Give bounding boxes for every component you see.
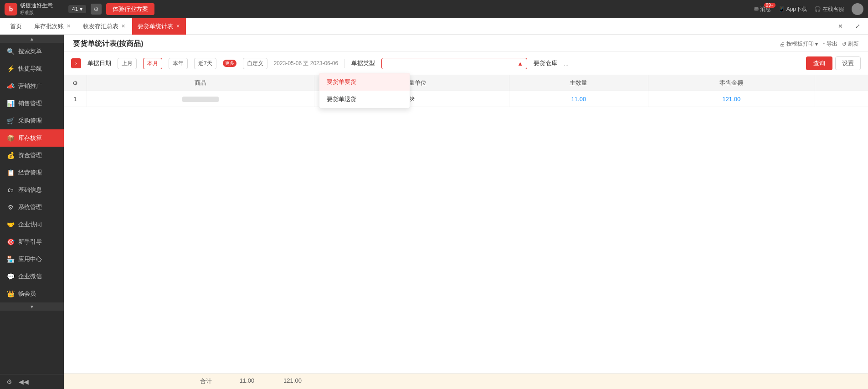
sidebar: ▲ 🔍 搜索菜单 ⚡ 快捷导航 📣 营销推广 📊 销售管理 🛒 采购管理 📦 库… <box>0 35 64 389</box>
sidebar-scroll-up[interactable]: ▲ <box>0 35 64 43</box>
table-container: ⚙ 商品 主计量单位 主数量 零售金额 1 块 <box>64 75 868 373</box>
query-btn[interactable]: 查询 <box>806 56 832 70</box>
date-more-badge[interactable]: 更多 <box>223 60 236 67</box>
filter-area: › 单据日期 上月 本月 本年 近7天 更多 自定义 2023-05-06 至 … <box>64 52 868 75</box>
tab-summary[interactable]: 收发存汇总表 ✕ <box>77 18 131 35</box>
logo-icon: b <box>5 3 17 15</box>
type-dropdown: 要货单要货 要货单退货 <box>319 73 410 108</box>
sidebar-member-label: 畅会员 <box>18 290 36 298</box>
avatar[interactable] <box>852 3 863 15</box>
enterprise-icon: 🤝 <box>6 221 15 228</box>
refresh-label: 刷新 <box>848 40 859 48</box>
sidebar-item-member[interactable]: 👑 畅会员 <box>0 285 64 302</box>
td-qty: 11.00 <box>509 91 648 107</box>
th-settings[interactable]: ⚙ <box>64 75 87 91</box>
refresh-icon: ↺ <box>842 41 847 47</box>
sidebar-sales-label: 销售管理 <box>18 99 42 107</box>
footer-label: 合计 <box>188 377 224 385</box>
sidebar-scroll-down[interactable]: ▼ <box>0 302 64 311</box>
company-selector[interactable]: 41 ▾ <box>68 5 86 13</box>
tab-order-stats-close[interactable]: ✕ <box>176 23 180 29</box>
sidebar-item-inventory[interactable]: 📦 库存核算 <box>0 129 64 147</box>
tab-order-stats[interactable]: 要货单统计表 ✕ <box>132 18 186 35</box>
sidebar-item-purchase[interactable]: 🛒 采购管理 <box>0 112 64 129</box>
app-name: 畅捷通好生意 <box>20 2 53 10</box>
th-product: 商品 <box>87 75 314 91</box>
date-7days-btn[interactable]: 近7天 <box>194 58 216 69</box>
tab-home-label: 首页 <box>10 22 22 31</box>
purchase-icon: 🛒 <box>6 117 15 124</box>
refresh-btn[interactable]: ↺ 刷新 <box>842 40 859 48</box>
header-right: ✉ 消息 99+ 📱 App下载 🎧 在线客服 <box>754 3 863 15</box>
date-last-month-btn[interactable]: 上月 <box>118 58 137 69</box>
tab-inventory-batch-close[interactable]: ✕ <box>67 23 71 29</box>
sidebar-item-appstore[interactable]: 🏪 应用中心 <box>0 251 64 268</box>
sidebar-collapse-btn[interactable]: ◀◀ <box>19 378 29 385</box>
search-icon: 🔍 <box>6 48 15 55</box>
sidebar-item-enterprise[interactable]: 🤝 企业协同 <box>0 216 64 233</box>
tab-inventory-batch[interactable]: 库存批次账 ✕ <box>29 18 77 35</box>
sidebar-basic-label: 基础信息 <box>18 186 42 194</box>
warehouse-more-btn[interactable]: ... <box>564 60 569 67</box>
settings-filter-btn[interactable]: 设置 <box>835 56 861 70</box>
page-header: 要货单统计表(按商品) 🖨 按模板打印 ▾ ↑ 导出 ↺ 刷新 <box>64 35 868 52</box>
sidebar-item-wechat[interactable]: 💬 企业微信 <box>0 268 64 285</box>
marketing-icon: 📣 <box>6 82 15 90</box>
dropdown-item-2-label: 要货单退货 <box>327 96 356 102</box>
company-name: 41 <box>72 6 78 12</box>
sidebar-item-guide[interactable]: 🎯 新手引导 <box>0 233 64 251</box>
settings-icon[interactable]: ⚙ <box>91 4 102 15</box>
export-icon: ↑ <box>822 41 825 47</box>
app-download-btn[interactable]: 📱 App下载 <box>778 5 807 13</box>
download-icon: 📱 <box>778 6 785 12</box>
sidebar-item-sales[interactable]: 📊 销售管理 <box>0 95 64 112</box>
qty-link[interactable]: 11.00 <box>571 96 586 102</box>
msg-badge-count: 99+ <box>764 3 776 8</box>
sidebar-item-operation[interactable]: 📋 经营管理 <box>0 164 64 181</box>
date-this-month-btn[interactable]: 本月 <box>143 58 162 69</box>
logo-area: b 畅捷通好生意 标准版 <box>5 2 68 16</box>
tab-home[interactable]: 首页 <box>5 18 28 35</box>
tab-summary-close[interactable]: ✕ <box>121 23 125 29</box>
msg-btn[interactable]: ✉ 消息 99+ <box>754 5 771 13</box>
sidebar-item-basic[interactable]: 🗂 基础信息 <box>0 181 64 199</box>
page-actions: 🖨 按模板打印 ▾ ↑ 导出 ↺ 刷新 <box>780 40 859 48</box>
date-custom-btn[interactable]: 自定义 <box>243 58 267 69</box>
footer-amount: 121.00 <box>270 377 315 385</box>
tab-expand-btn[interactable]: ⤢ <box>852 20 863 32</box>
dropdown-item-1-label: 要货单要货 <box>327 78 356 85</box>
type-filter-select[interactable]: ▲ <box>381 58 527 69</box>
sidebar-settings-btn[interactable]: ⚙ <box>6 378 12 385</box>
dropdown-item-2[interactable]: 要货单退货 <box>319 91 410 108</box>
tab-close-all-btn[interactable]: ✕ <box>834 20 846 32</box>
dropdown-item-1[interactable]: 要货单要货 <box>319 73 410 91</box>
amount-link[interactable]: 121.00 <box>722 96 740 102</box>
export-btn[interactable]: ↑ 导出 <box>822 40 837 48</box>
sidebar-item-finance[interactable]: 💰 资金管理 <box>0 147 64 164</box>
app-download-label: App下载 <box>786 5 807 13</box>
filter-expand-btn[interactable]: › <box>71 58 81 68</box>
sidebar-item-marketing[interactable]: 📣 营销推广 <box>0 77 64 95</box>
print-btn[interactable]: 🖨 按模板打印 ▾ <box>780 40 818 48</box>
print-label: 按模板打印 <box>786 40 814 48</box>
filter-right-btns: 查询 设置 <box>806 56 861 70</box>
footer-spacer2 <box>92 377 147 385</box>
guide-icon: 🎯 <box>6 238 15 246</box>
online-service-btn[interactable]: 🎧 在线客服 <box>814 5 844 13</box>
wechat-icon: 💬 <box>6 273 15 280</box>
top-header: b 畅捷通好生意 标准版 41 ▾ ⚙ 体验行业方案 ✉ 消息 99+ 📱 Ap… <box>0 0 868 18</box>
page-title: 要货单统计表(按商品) <box>73 39 144 49</box>
warehouse-filter-label: 要货仓库 <box>534 59 557 67</box>
sidebar-purchase-label: 采购管理 <box>18 117 42 125</box>
footer-spacer3 <box>147 377 188 385</box>
operation-icon: 📋 <box>6 169 15 176</box>
sidebar-item-search[interactable]: 🔍 搜索菜单 <box>0 43 64 60</box>
system-icon: ⚙ <box>6 204 15 211</box>
sidebar-marketing-label: 营销推广 <box>18 82 42 90</box>
date-this-year-btn[interactable]: 本年 <box>169 58 188 69</box>
industry-btn[interactable]: 体验行业方案 <box>106 3 154 15</box>
sidebar-item-system[interactable]: ⚙ 系统管理 <box>0 199 64 216</box>
sidebar-item-shortcut[interactable]: ⚡ 快捷导航 <box>0 60 64 77</box>
sidebar-wechat-label: 企业微信 <box>18 272 42 281</box>
finance-icon: 💰 <box>6 152 15 159</box>
